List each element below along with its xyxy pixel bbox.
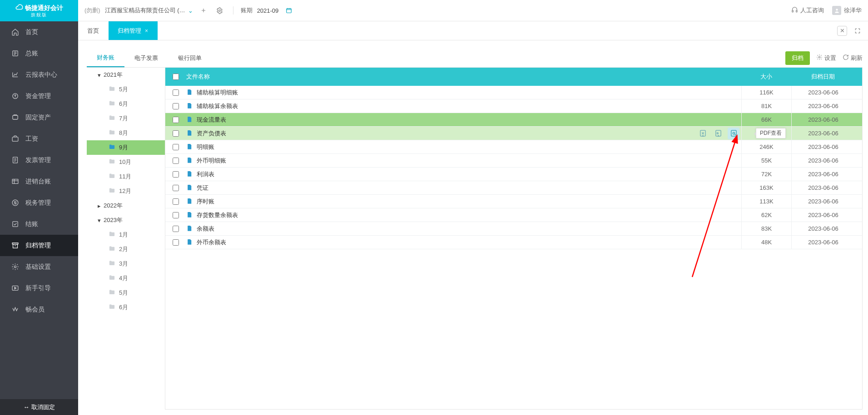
tree-month[interactable]: 1月	[87, 227, 165, 242]
table-row[interactable]: 利润表 72K 2023-06-06	[165, 168, 862, 181]
nav-item-8[interactable]: 税务管理	[0, 192, 78, 213]
table-row[interactable]: 外币余额表 48K 2023-06-06	[165, 236, 862, 249]
tree-month[interactable]: 2月	[87, 242, 165, 257]
folder-icon	[109, 173, 115, 181]
tree-month[interactable]: 4月	[87, 271, 165, 286]
subtab-1[interactable]: 电子发票	[124, 49, 168, 67]
company-settings-button[interactable]	[214, 5, 226, 16]
table-row[interactable]: 序时账 113K 2023-06-06	[165, 195, 862, 208]
row-checkbox[interactable]	[173, 103, 179, 109]
nav-item-9[interactable]: 结账	[0, 213, 78, 235]
svg-rect-5	[12, 179, 18, 184]
period-value[interactable]: 2021-09	[257, 7, 279, 14]
row-checkbox[interactable]	[173, 89, 179, 96]
svg-rect-3	[12, 137, 18, 141]
doc-icon	[186, 129, 193, 138]
table-row[interactable]: 资产负债表 PDF查看 1K 2023-06-06	[165, 127, 862, 140]
download-xls-icon[interactable]	[697, 128, 709, 139]
period-label: 账期	[241, 6, 253, 15]
row-checkbox[interactable]	[173, 158, 179, 164]
row-checkbox[interactable]	[173, 226, 179, 232]
nav-item-6[interactable]: 发票管理	[0, 149, 78, 171]
select-all-checkbox[interactable]	[173, 74, 179, 80]
tree-month[interactable]: 3月	[87, 257, 165, 271]
gear-icon	[11, 263, 19, 271]
row-checkbox[interactable]	[173, 171, 179, 178]
row-checkbox[interactable]	[173, 198, 179, 205]
nav-item-0[interactable]: 首页	[0, 21, 78, 43]
tree-month[interactable]: 9月	[87, 140, 165, 155]
archive-button[interactable]: 归档	[785, 51, 810, 65]
nav-item-1[interactable]: 总账	[0, 43, 78, 64]
table-row[interactable]: 辅助核算明细账 116K 2023-06-06	[165, 86, 862, 99]
table-row[interactable]: 凭证 163K 2023-06-06	[165, 181, 862, 195]
file-size: 72K	[741, 168, 791, 181]
chevron-down-icon: ⌄	[188, 7, 193, 14]
subtab-0[interactable]: 财务账	[87, 49, 124, 67]
svg-rect-14	[792, 10, 794, 12]
nav-item-3[interactable]: 资金管理	[0, 85, 78, 107]
company-tag: (勿删)	[84, 6, 100, 15]
tree-month[interactable]: 5月	[87, 82, 165, 97]
file-size: 62K	[741, 208, 791, 222]
table-row[interactable]: 存货数量余额表 62K 2023-06-06	[165, 208, 862, 222]
close-tab-icon[interactable]: ×	[145, 28, 148, 34]
tree-month[interactable]: 8月	[87, 126, 165, 140]
nav-item-10[interactable]: 归档管理	[0, 235, 78, 256]
vip-icon	[11, 306, 19, 314]
folder-icon	[109, 303, 115, 311]
folder-icon	[109, 274, 115, 282]
view-pdf-icon[interactable]	[728, 128, 739, 139]
col-header-size: 大小	[741, 73, 791, 81]
table-row[interactable]: 外币明细账 55K 2023-06-06	[165, 154, 862, 168]
unpin-sidebar[interactable]: ↔ 取消固定	[0, 399, 78, 415]
subtab-2[interactable]: 银行回单	[168, 49, 212, 67]
nav-item-12[interactable]: 新手引导	[0, 277, 78, 299]
nav-item-13[interactable]: 畅会员	[0, 299, 78, 320]
row-checkbox[interactable]	[173, 130, 179, 137]
user-menu[interactable]: 徐泽华	[832, 6, 862, 15]
consult-button[interactable]: 人工咨询	[791, 6, 824, 15]
row-checkbox[interactable]	[173, 117, 179, 123]
workspace-tab-1[interactable]: 归档管理×	[109, 21, 158, 40]
row-checkbox[interactable]	[173, 144, 179, 150]
tree-month[interactable]: 10月	[87, 155, 165, 169]
file-size: 246K	[741, 140, 791, 153]
archive-date: 2023-06-06	[791, 208, 855, 222]
close-all-tabs-icon[interactable]: ✕	[837, 26, 847, 36]
check-icon	[11, 220, 19, 228]
table-row[interactable]: 辅助核算余额表 81K 2023-06-06	[165, 99, 862, 113]
tree-month[interactable]: 12月	[87, 184, 165, 198]
tree-month[interactable]: 6月	[87, 97, 165, 111]
tree-year-1[interactable]: ▸2022年	[87, 198, 165, 213]
company-selector[interactable]: 江西服宝精品有限责任公司 (… ⌄	[105, 6, 193, 15]
workspace-tab-0[interactable]: 首页	[78, 21, 109, 40]
tree-year-2[interactable]: ▾2023年	[87, 213, 165, 227]
tree-month[interactable]: 6月	[87, 300, 165, 315]
nav-item-5[interactable]: 工资	[0, 128, 78, 149]
download-pdf-icon[interactable]	[712, 128, 724, 139]
nav-item-2[interactable]: 云报表中心	[0, 64, 78, 85]
table-row[interactable]: 明细账 246K 2023-06-06	[165, 140, 862, 154]
nav-item-7[interactable]: 进销台账	[0, 171, 78, 192]
row-checkbox[interactable]	[173, 239, 179, 246]
nav-item-4[interactable]: 固定资产	[0, 107, 78, 128]
tree-month[interactable]: 5月	[87, 286, 165, 300]
nav-item-11[interactable]: 基础设置	[0, 256, 78, 277]
fullscreen-icon[interactable]	[852, 25, 863, 37]
table-row[interactable]: 余额表 83K 2023-06-06	[165, 222, 862, 236]
file-name: 利润表	[197, 170, 214, 178]
row-checkbox[interactable]	[173, 185, 179, 191]
refresh-link[interactable]: 刷新	[843, 54, 863, 62]
row-checkbox[interactable]	[173, 212, 179, 218]
add-company-button[interactable]	[198, 5, 209, 16]
settings-link[interactable]: 设置	[816, 54, 836, 62]
folder-icon	[109, 100, 115, 108]
tree-year-0[interactable]: ▾2021年	[87, 68, 165, 82]
doc-icon	[186, 198, 193, 206]
calendar-icon[interactable]	[283, 5, 295, 16]
tree-month[interactable]: 7月	[87, 111, 165, 126]
tree-month[interactable]: 11月	[87, 169, 165, 184]
table-row[interactable]: 现金流量表 66K 2023-06-06	[165, 113, 862, 127]
invoice-icon	[11, 156, 19, 164]
